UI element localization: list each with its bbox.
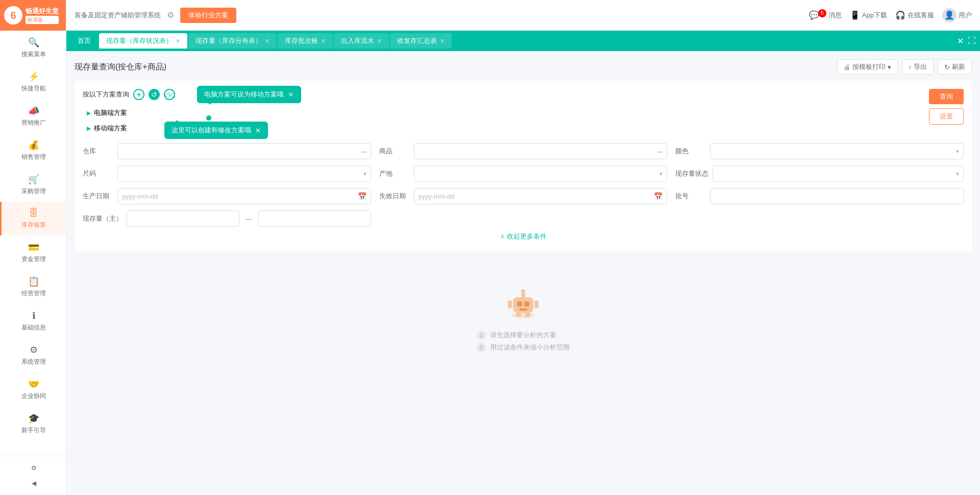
newbie-icon: 🎓 bbox=[28, 413, 39, 424]
message-icon: 💬 bbox=[809, 10, 819, 20]
user-btn[interactable]: 👤 用户 bbox=[942, 8, 972, 22]
svg-point-0 bbox=[512, 312, 534, 318]
svg-rect-3 bbox=[524, 301, 529, 307]
tab-batch[interactable]: 库存批次账 ✕ bbox=[278, 33, 333, 49]
page-title-bar: 现存量查询(按仓库+商品) 🖨 按模板打印 ▾ ↑ 导出 ↻ 刷新 bbox=[75, 59, 972, 75]
sidebar-item-newbie[interactable]: 🎓 新手引导 bbox=[0, 407, 66, 441]
print-btn[interactable]: 🖨 按模板打印 ▾ bbox=[837, 59, 898, 75]
prod-date-start[interactable]: yyyy-mm-dd 📅 bbox=[117, 188, 371, 204]
printer-icon: 🖨 bbox=[844, 63, 850, 71]
top-header: 装备及固定资产辅助管理系统 ⚙ 体验行业方案 💬 6 消息 📱 App下载 🎧 … bbox=[66, 0, 980, 31]
reset-button[interactable]: 设置 bbox=[929, 108, 964, 125]
sidebar-settings[interactable]: ⚙ bbox=[0, 460, 66, 476]
settings-gear-icon[interactable]: ⚙ bbox=[167, 10, 174, 20]
close-all-btn[interactable]: ✕ bbox=[957, 36, 964, 46]
exp-date-start[interactable]: yyyy-mm-dd 📅 bbox=[414, 188, 668, 204]
finance-icon: 💳 bbox=[28, 242, 39, 253]
sidebar-item-inventory[interactable]: 🗄 库存核算 bbox=[0, 202, 66, 235]
stock-status-select[interactable]: ▾ bbox=[713, 166, 964, 182]
empty-icon bbox=[503, 282, 544, 323]
prod-date-label: 生产日期 bbox=[83, 192, 113, 201]
refresh-btn[interactable]: ↻ 刷新 bbox=[938, 59, 972, 75]
industry-btn[interactable]: 体验行业方案 bbox=[180, 8, 236, 23]
search-button[interactable]: 查询 bbox=[929, 89, 964, 104]
inventory-icon: 🗄 bbox=[29, 208, 38, 219]
tooltip-create-scheme: 这里可以创建和修改方案哦 ✕ bbox=[164, 122, 268, 139]
svg-rect-10 bbox=[525, 313, 530, 317]
scheme-mobile-label: 移动端方案 bbox=[94, 124, 127, 133]
tab-home[interactable]: 首页 bbox=[70, 33, 98, 49]
tab-close-1[interactable]: ✕ bbox=[265, 38, 270, 44]
tab-close-3[interactable]: ✕ bbox=[377, 38, 382, 44]
svg-rect-9 bbox=[516, 313, 521, 317]
export-icon: ↑ bbox=[909, 63, 912, 71]
stock-main-label: 现存量（主） bbox=[83, 214, 122, 223]
warehouse-select[interactable]: ··· bbox=[117, 143, 371, 159]
empty-state: 1 请先选择要分析的方案 2 用过滤条件来缩小分析范围 bbox=[75, 251, 972, 384]
filter-goods: 商品 ··· bbox=[379, 143, 668, 159]
goods-select[interactable]: ··· bbox=[414, 143, 668, 159]
tooltip2-close[interactable]: ✕ bbox=[255, 127, 261, 134]
origin-select[interactable]: ▾ bbox=[414, 166, 668, 182]
enterprise-icon: 🤝 bbox=[28, 379, 39, 390]
tab-close-0[interactable]: ✕ bbox=[176, 38, 180, 44]
headset-icon: 🎧 bbox=[895, 10, 905, 20]
sidebar-item-purchase[interactable]: 🛒 采购管理 bbox=[0, 168, 66, 202]
filter-header: 按以下方案查询 + ↺ ◁◁ 电脑方案可设为移动方案哦 ✕ bbox=[83, 89, 964, 100]
marketing-icon: 📣 bbox=[28, 105, 39, 116]
sidebar-item-nav[interactable]: ⚡ 快捷导航 bbox=[0, 65, 66, 99]
header-right: 💬 6 消息 📱 App下载 🎧 在线客服 👤 用户 bbox=[809, 8, 972, 22]
tab-close-2[interactable]: ✕ bbox=[321, 38, 326, 44]
sidebar-item-marketing[interactable]: 📣 营销推广 bbox=[0, 99, 66, 133]
sidebar-item-finance[interactable]: 💳 资金管理 bbox=[0, 235, 66, 270]
sales-icon: 💰 bbox=[28, 139, 39, 151]
tab-close-4[interactable]: ✕ bbox=[440, 38, 445, 44]
filter-warehouse: 仓库 ··· bbox=[83, 143, 371, 159]
color-select[interactable]: ▾ bbox=[710, 143, 964, 159]
sidebar-item-search[interactable]: 🔍 搜索菜单 bbox=[0, 31, 66, 65]
svg-rect-4 bbox=[519, 309, 527, 311]
message-btn[interactable]: 💬 6 消息 bbox=[809, 10, 842, 20]
stock-main-min[interactable] bbox=[127, 210, 239, 227]
fullscreen-btn[interactable]: ⛶ bbox=[968, 36, 976, 46]
tab-inventory-dist[interactable]: 现存量（库存分布表） ✕ bbox=[188, 33, 277, 49]
tab-flow[interactable]: 出入库流水 ✕ bbox=[334, 33, 389, 49]
tab-inventory-status[interactable]: 现存量（库存状况表） ✕ bbox=[99, 33, 187, 49]
scheme-item-mobile[interactable]: ▶ 移动端方案 bbox=[87, 122, 127, 135]
scheme-list: ▶ 电脑端方案 ▶ 移动端方案 bbox=[87, 106, 127, 135]
collapse-btn[interactable]: ∧ 收起更多条件 bbox=[83, 227, 964, 243]
tooltip1-close[interactable]: ✕ bbox=[288, 90, 294, 99]
tabs-right-actions: ✕ ⛶ bbox=[957, 36, 976, 46]
batch-input[interactable] bbox=[710, 188, 964, 204]
back-btn[interactable]: ◁◁ bbox=[164, 89, 175, 100]
collapse-up-icon: ∧ bbox=[500, 232, 507, 240]
sidebar-item-enterprise[interactable]: 🤝 企业协同 bbox=[0, 372, 66, 407]
system-icon: ⚙ bbox=[30, 344, 38, 356]
sidebar-collapse[interactable]: ◀ bbox=[0, 476, 66, 491]
refresh-scheme-btn[interactable]: ↺ bbox=[149, 89, 160, 100]
batch-label: 批号 bbox=[675, 192, 706, 201]
size-select[interactable]: ▾ bbox=[117, 166, 371, 182]
search-action-btns: 查询 设置 bbox=[929, 89, 964, 125]
app-download-btn[interactable]: 📱 App下载 bbox=[850, 10, 887, 20]
hint-1: 1 请先选择要分析的方案 bbox=[477, 329, 570, 341]
stock-main-max[interactable] bbox=[258, 210, 371, 227]
svg-rect-2 bbox=[517, 301, 522, 307]
sidebar-bottom: ⚙ ◀ bbox=[0, 456, 66, 495]
tab-summary[interactable]: 收发存汇总表 ✕ bbox=[390, 33, 452, 49]
refresh-icon: ↻ bbox=[944, 63, 950, 71]
basic-icon: ℹ bbox=[32, 310, 36, 321]
add-scheme-btn[interactable]: + bbox=[133, 89, 144, 100]
sidebar-item-operation[interactable]: 📋 经营管理 bbox=[0, 270, 66, 304]
page-title: 现存量查询(按仓库+商品) bbox=[75, 62, 166, 73]
size-label: 尺码 bbox=[83, 169, 113, 178]
scheme-pc-label: 电脑端方案 bbox=[94, 108, 127, 117]
sidebar-item-system[interactable]: ⚙ 系统管理 bbox=[0, 338, 66, 372]
export-btn[interactable]: ↑ 导出 bbox=[902, 59, 934, 75]
sidebar-item-sales[interactable]: 💰 销售管理 bbox=[0, 133, 66, 168]
scheme-item-pc[interactable]: ▶ 电脑端方案 bbox=[87, 106, 127, 120]
online-service-btn[interactable]: 🎧 在线客服 bbox=[895, 10, 934, 20]
filter-size: 尺码 ▾ bbox=[83, 166, 371, 182]
collapse-icon: ◀ bbox=[32, 480, 36, 487]
sidebar-item-basic[interactable]: ℹ 基础信息 bbox=[0, 304, 66, 338]
